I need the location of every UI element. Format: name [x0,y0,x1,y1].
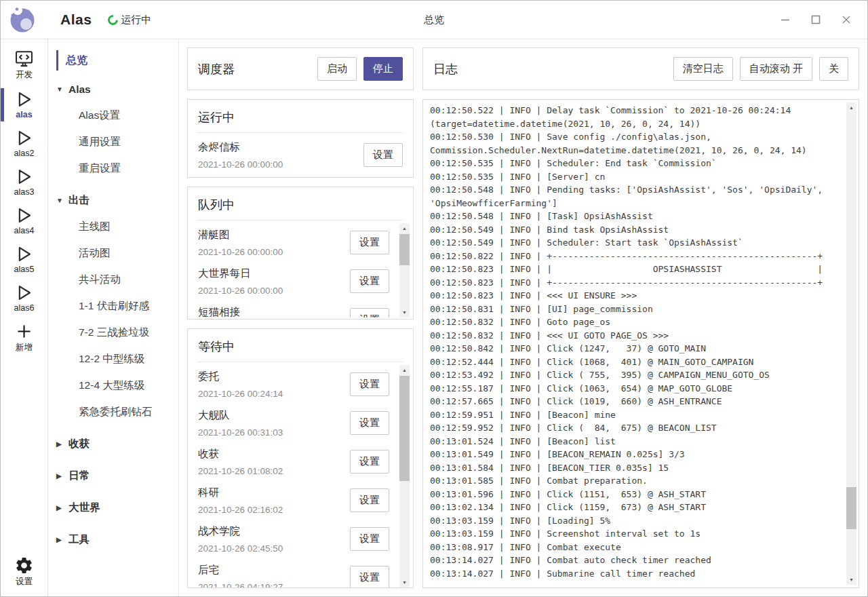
nav-item-主线图[interactable]: 主线图 [56,214,178,240]
alas-logo-icon [9,6,36,33]
rail-item-alas5[interactable]: alas5 [1,240,47,279]
rail-item-新增[interactable]: 新增 [1,317,47,358]
nav-group-大世界[interactable]: ▶大世界 [56,495,178,521]
nav-item-重启设置[interactable]: 重启设置 [56,155,178,182]
nav-item-12-2 中型练级[interactable]: 12-2 中型练级 [56,346,178,372]
task-setting-button[interactable]: 设置 [350,566,389,588]
nav-group-Alas[interactable]: ▼Alas [56,76,178,102]
queued-task-list: 潜艇图2021-10-26 00:00:00设置大世界每日2021-10-26 … [198,223,396,317]
play-icon [14,206,34,225]
nav-item-活动图[interactable]: 活动图 [56,240,178,267]
waiting-task-list: 委托2021-10-26 00:24:14设置大舰队2021-10-26 00:… [198,365,396,588]
rail-item-开发[interactable]: 开发 [1,45,47,85]
nav-item-共斗活动[interactable]: 共斗活动 [56,267,178,293]
chevron-down-icon: ▼ [56,197,68,204]
scroll-down-icon[interactable]: ▼ [846,575,856,585]
scrollbar-thumb[interactable] [399,234,410,265]
task-setting-button[interactable]: 设置 [350,411,389,435]
task-name: 战术学院 [198,524,283,539]
task-next-run-time: 2021-10-26 02:45:50 [198,543,283,554]
minimize-icon [780,14,791,25]
scroll-up-icon[interactable]: ▲ [846,102,856,113]
task-next-run-time: 2021-10-26 00:31:03 [198,427,283,438]
play-icon [14,283,34,303]
instance-rail: 开发alasalas2alas3alas4alas5alas6新增 设置 [1,39,48,596]
scheduler-stop-button[interactable]: 停止 [363,57,403,81]
rail-item-alas[interactable]: alas [1,85,47,124]
task-name: 余烬信标 [198,140,283,155]
scheduler-start-button[interactable]: 启动 [317,57,357,81]
task-next-run-time: 2021-10-26 00:00:00 [198,286,283,296]
close-button[interactable] [840,14,852,26]
rail-item-label: 开发 [16,69,33,81]
scheduler-title: 调度器 [198,61,235,77]
task-setting-button[interactable]: 设置 [350,269,389,293]
minimize-button[interactable] [779,14,791,26]
rail-item-label: alas3 [14,187,35,197]
nav-item-紧急委托刷钻石[interactable]: 紧急委托刷钻石 [56,399,178,425]
chevron-right-icon: ▶ [56,440,68,448]
task-name: 委托 [198,370,283,384]
autoscroll-toggle-button[interactable]: 自动滚动 开 [740,57,812,81]
queued-section: 队列中 潜艇图2021-10-26 00:00:00设置大世界每日2021-10… [187,187,414,320]
rail-item-alas4[interactable]: alas4 [1,201,47,240]
task-setting-button[interactable]: 设置 [350,488,389,512]
rail-item-设置[interactable]: 设置 [1,552,47,592]
task-row-委托: 委托2021-10-26 00:24:14设置 [198,365,396,404]
nav-item-7-2 三战捡垃圾[interactable]: 7-2 三战捡垃圾 [56,320,178,346]
task-name: 收获 [198,447,283,461]
maximize-button[interactable] [810,14,822,26]
plus-icon [14,322,34,341]
close-icon [841,14,852,25]
rail-item-alas2[interactable]: alas2 [1,124,47,163]
nav-group-日常[interactable]: ▶日常 [56,463,178,489]
task-next-run-time: 2021-10-26 00:00:00 [198,159,283,170]
scroll-down-icon[interactable]: ▼ [399,307,410,317]
scroll-up-icon[interactable]: ▲ [399,223,410,233]
nav-group-出击[interactable]: ▼出击 [56,187,178,214]
play-icon [14,167,34,187]
running-spinner-icon [106,12,120,26]
scheduler-column: 调度器 启动 停止 运行中 余烬信标2021-10-26 00:00:00设置 … [187,47,414,588]
nav-group-收获[interactable]: ▶收获 [56,431,178,457]
play-icon [14,90,34,109]
scroll-down-icon[interactable]: ▼ [399,577,410,588]
task-row-收获: 收获2021-10-26 01:08:02设置 [198,442,396,481]
log-text: 00:12:50.522 | INFO | Delay task `Commis… [430,102,843,585]
scrollbar-thumb[interactable] [846,487,856,529]
scroll-up-icon[interactable]: ▲ [399,365,410,375]
nav-group-label: 大世界 [68,501,100,515]
window-controls [779,14,852,26]
dev-monitor-icon [14,49,34,69]
rail-item-alas3[interactable]: alas3 [1,163,47,201]
play-icon [14,128,34,148]
scrollbar[interactable]: ▲ ▼ [399,223,410,317]
nav-item-Alas设置[interactable]: Alas设置 [56,102,178,129]
task-setting-button[interactable]: 设置 [350,527,389,551]
autoscroll-off-button[interactable]: 关 [819,57,848,81]
task-setting-button[interactable]: 设置 [350,308,389,317]
rail-item-alas6[interactable]: alas6 [1,279,47,317]
task-setting-button[interactable]: 设置 [350,372,389,396]
scrollbar[interactable]: ▲ ▼ [399,365,410,588]
task-next-run-time: 2021-10-26 01:08:02 [198,466,283,476]
task-name: 潜艇图 [198,228,283,242]
nav-item-通用设置[interactable]: 通用设置 [56,129,178,155]
task-setting-button[interactable]: 设置 [363,143,403,167]
clear-log-button[interactable]: 清空日志 [673,57,733,81]
scrollbar-thumb[interactable] [399,376,410,481]
scrollbar[interactable]: ▲ ▼ [846,102,856,585]
play-icon [14,244,34,264]
nav-item-12-4 大型练级[interactable]: 12-4 大型练级 [56,372,178,399]
waiting-section: 等待中 委托2021-10-26 00:24:14设置大舰队2021-10-26… [187,328,414,588]
task-row-潜艇图: 潜艇图2021-10-26 00:00:00设置 [198,223,396,262]
nav-item-overview[interactable]: 总览 [56,50,178,71]
task-setting-button[interactable]: 设置 [350,450,389,474]
log-title: 日志 [433,61,458,77]
queued-title: 队列中 [188,187,413,220]
nav-item-1-1 伏击刷好感[interactable]: 1-1 伏击刷好感 [56,293,178,320]
running-task-list: 余烬信标2021-10-26 00:00:00设置 [198,136,410,174]
task-setting-button[interactable]: 设置 [350,231,389,254]
rail-item-label: alas2 [14,149,35,158]
nav-group-工具[interactable]: ▶工具 [56,526,178,553]
